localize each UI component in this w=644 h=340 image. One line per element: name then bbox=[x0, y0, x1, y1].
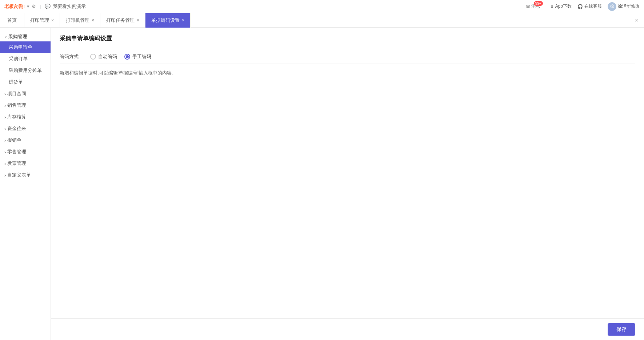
tab-bar: 首页 打印管理 × 打印机管理 × 打印任务管理 × 单据编码设置 × × bbox=[0, 13, 644, 28]
hint-text: 新增和编辑单据时,可以编辑'单据编号'输入框中的内容。 bbox=[60, 70, 635, 76]
sidebar-group-invoice[interactable]: › 发票管理 bbox=[0, 158, 51, 169]
tab-close-printer-management[interactable]: × bbox=[92, 18, 94, 23]
tab-print-management[interactable]: 打印管理 × bbox=[24, 13, 60, 28]
sidebar-group-capital-label: 资金往来 bbox=[7, 125, 26, 132]
sidebar-group-inventory[interactable]: › 库存核算 bbox=[0, 111, 51, 123]
tab-print-management-label: 打印管理 bbox=[30, 17, 49, 24]
chevron-down-icon: ∨ bbox=[4, 35, 7, 39]
tab-print-task-management-label: 打印任务管理 bbox=[106, 17, 135, 24]
content-area: 采购申请单编码设置 编码方式 自动编码 手工编码 新增和编辑单据时,可以编辑'单… bbox=[51, 28, 644, 340]
service-icon: 🎧 bbox=[577, 4, 583, 9]
message-button[interactable]: ✉ 消息 99+ bbox=[526, 3, 540, 9]
user-menu[interactable]: 徐 徐泽华修改 bbox=[608, 2, 640, 11]
sidebar-group-procurement[interactable]: ∨ 采购管理 bbox=[0, 31, 51, 41]
tab-close-doc-code-settings[interactable]: × bbox=[182, 18, 184, 23]
chevron-right-icon-retail: › bbox=[4, 149, 6, 155]
tab-print-task-management[interactable]: 打印任务管理 × bbox=[100, 13, 145, 28]
top-bar-right: ✉ 消息 99+ ⬇ App下数 🎧 在线客服 徐 徐泽华修改 bbox=[526, 2, 640, 11]
sidebar: ∨ 采购管理 采购申请单 采购订单 采购费用分摊单 进货单 › 项目合同 › 销… bbox=[0, 28, 51, 340]
radio-circle-auto bbox=[90, 54, 96, 60]
top-bar: 老板勿割! ▾ ⚙ | 💬 我要看实例演示 ✉ 消息 99+ ⬇ App下数 🎧… bbox=[0, 0, 644, 13]
user-name: 徐泽华修改 bbox=[618, 3, 640, 9]
sidebar-group-sales[interactable]: › 销售管理 bbox=[0, 100, 51, 111]
sidebar-group-invoice-label: 发票管理 bbox=[7, 160, 26, 167]
chevron-right-icon-custom: › bbox=[4, 173, 6, 178]
page-title: 采购申请单编码设置 bbox=[60, 35, 635, 42]
encoding-radio-group: 自动编码 手工编码 bbox=[90, 53, 151, 60]
encoding-label: 编码方式 bbox=[60, 53, 81, 60]
chevron-right-icon-sales: › bbox=[4, 103, 6, 108]
sidebar-group-retail-label: 零售管理 bbox=[7, 149, 26, 155]
save-button[interactable]: 保存 bbox=[608, 323, 635, 336]
chevron-right-icon-invoice: › bbox=[4, 161, 6, 166]
chevron-right-icon-inventory: › bbox=[4, 114, 6, 120]
sidebar-group-procurement-label: 采购管理 bbox=[8, 33, 27, 40]
radio-manual-code-label: 手工编码 bbox=[132, 53, 151, 60]
radio-circle-manual bbox=[124, 54, 130, 60]
notice-icon: 💬 bbox=[45, 4, 51, 9]
chevron-right-icon-project: › bbox=[4, 91, 6, 97]
tab-doc-code-settings[interactable]: 单据编码设置 × bbox=[145, 13, 191, 28]
content-inner: 采购申请单编码设置 编码方式 自动编码 手工编码 新增和编辑单据时,可以编辑'单… bbox=[51, 28, 644, 318]
sidebar-group-retail[interactable]: › 零售管理 bbox=[0, 146, 51, 158]
sidebar-group-custom-form-label: 自定义表单 bbox=[7, 172, 31, 178]
sidebar-item-incoming-label: 进货单 bbox=[9, 79, 23, 85]
logo-text: 老板勿割! bbox=[4, 3, 25, 10]
online-service-button[interactable]: 🎧 在线客服 bbox=[577, 3, 602, 9]
radio-manual-code[interactable]: 手工编码 bbox=[124, 53, 151, 60]
sidebar-group-project-contract[interactable]: › 项目合同 bbox=[0, 88, 51, 100]
sidebar-group-sales-label: 销售管理 bbox=[7, 102, 26, 109]
sidebar-item-purchase-cost-label: 采购费用分摊单 bbox=[9, 68, 42, 73]
app-download-label: App下数 bbox=[555, 3, 572, 9]
online-service-label: 在线客服 bbox=[584, 3, 602, 9]
top-bar-left: 老板勿割! ▾ ⚙ | 💬 我要看实例演示 bbox=[4, 3, 523, 10]
sidebar-item-purchase-order[interactable]: 采购订单 bbox=[0, 53, 51, 65]
chevron-right-icon-capital: › bbox=[4, 126, 6, 131]
app-download-button[interactable]: ⬇ App下数 bbox=[550, 3, 572, 9]
app-icon: ⬇ bbox=[550, 4, 554, 9]
sidebar-item-purchase-request[interactable]: 采购申请单 bbox=[0, 41, 51, 53]
message-badge: 99+ bbox=[534, 1, 543, 6]
avatar: 徐 bbox=[608, 2, 616, 11]
message-icon: ✉ bbox=[526, 4, 530, 9]
tab-close-print-management[interactable]: × bbox=[51, 18, 54, 23]
chevron-right-icon-reimbursement: › bbox=[4, 138, 6, 143]
sidebar-item-purchase-request-label: 采购申请单 bbox=[9, 44, 32, 50]
radio-auto-code-label: 自动编码 bbox=[98, 53, 117, 60]
tab-doc-code-settings-label: 单据编码设置 bbox=[151, 17, 180, 24]
sidebar-item-purchase-order-label: 采购订单 bbox=[9, 56, 28, 61]
tab-close-print-task-management[interactable]: × bbox=[137, 18, 139, 23]
tab-bar-close-button[interactable]: × bbox=[629, 17, 644, 24]
tab-printer-management[interactable]: 打印机管理 × bbox=[60, 13, 100, 28]
main-layout: ∨ 采购管理 采购申请单 采购订单 采购费用分摊单 进货单 › 项目合同 › 销… bbox=[0, 28, 644, 340]
tab-home[interactable]: 首页 bbox=[0, 13, 24, 28]
sidebar-group-project-contract-label: 项目合同 bbox=[7, 90, 26, 97]
radio-auto-code[interactable]: 自动编码 bbox=[90, 53, 117, 60]
sidebar-group-inventory-label: 库存核算 bbox=[7, 114, 26, 120]
sidebar-group-reimbursement[interactable]: › 报销单 bbox=[0, 134, 51, 146]
dropdown-icon[interactable]: ▾ bbox=[27, 4, 29, 9]
sidebar-item-incoming[interactable]: 进货单 bbox=[0, 76, 51, 88]
notice-text: 我要看实例演示 bbox=[53, 3, 86, 10]
tab-home-label: 首页 bbox=[7, 17, 17, 24]
sidebar-group-reimbursement-label: 报销单 bbox=[7, 137, 21, 143]
content-footer: 保存 bbox=[51, 318, 644, 340]
settings-icon[interactable]: ⚙ bbox=[32, 4, 36, 9]
encoding-row: 编码方式 自动编码 手工编码 bbox=[60, 50, 635, 64]
sidebar-item-purchase-cost[interactable]: 采购费用分摊单 bbox=[0, 65, 51, 76]
sidebar-group-capital[interactable]: › 资金往来 bbox=[0, 123, 51, 134]
tab-printer-management-label: 打印机管理 bbox=[66, 17, 89, 24]
sidebar-group-custom-form[interactable]: › 自定义表单 bbox=[0, 169, 51, 181]
